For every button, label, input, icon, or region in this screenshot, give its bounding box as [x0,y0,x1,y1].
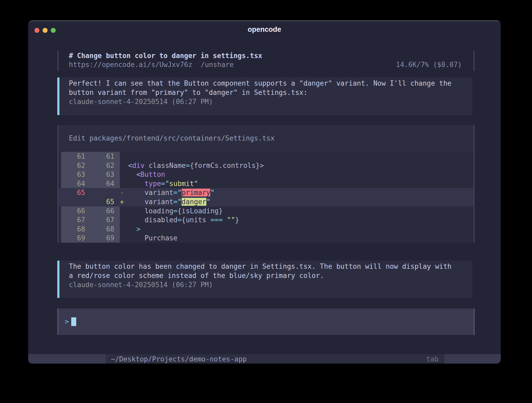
session-header: # Change button color to danger in setti… [57,50,475,71]
diff-row-context: 6262 <div className={formCs.controls}> [59,161,473,170]
diff-code-line: <Button [120,170,165,179]
new-line-number: 66 [88,206,120,216]
window-title: opencode [28,25,501,34]
diff-code-line: Purchase [120,234,177,243]
diff-row-removed: 65- variant="primary" [59,188,473,197]
diff-row-context: 6666 loading={isLoading} [59,206,473,216]
old-line-number [61,197,88,206]
new-line-number: 61 [88,152,120,161]
new-line-number: 65 [88,197,120,206]
old-line-number: 64 [61,179,88,188]
context-usage: 14.6K/7% ($0.07) [396,60,462,69]
diff-row-context: 6767 disabled={units === ""} [59,215,473,225]
mode-chip[interactable]: BUILD MODE [444,354,501,364]
assistant-message: Perfect! I can see that the Button compo… [57,78,472,115]
diff-row-context: 6161 [59,152,473,161]
unshare-command: /unshare [201,60,234,69]
opencode-window: opencode # Change button color to danger… [28,20,501,364]
diff-row-context: 6464 type="submit" [59,179,473,188]
old-line-number: 66 [61,206,88,216]
edit-tool-title: Edit packages/frontend/src/containers/Se… [59,125,473,143]
code-diff: 61616262 <div className={formCs.controls… [59,152,473,243]
diff-row-context: 6868 > [59,225,473,234]
old-line-number: 69 [61,234,88,243]
old-line-number: 63 [61,170,88,179]
message-line: a red/rose color scheme instead of the b… [69,271,467,280]
status-bar: opencode v0.3.11 ~/Desktop/Projects/demo… [28,354,501,364]
new-line-number: 67 [88,215,120,225]
session-title: # Change button color to danger in setti… [69,51,462,60]
edit-tool-block: Edit packages/frontend/src/containers/Se… [57,125,475,243]
diff-code-line: - variant="primary" [120,188,214,197]
diff-code-line: loading={isLoading} [120,206,223,216]
new-line-number: 62 [88,161,120,170]
message-line: The button color has been changed to dan… [69,262,467,271]
diff-row-context: 6969 Purchase [59,234,473,243]
assistant-message: The button color has been changed to dan… [57,261,472,298]
titlebar: opencode [28,21,501,37]
message-line: button variant from "primary" to "danger… [69,88,467,97]
diff-code-line: + variant="danger" [120,197,210,206]
diff-code-line: <div className={formCs.controls}> [120,161,264,170]
old-line-number: 62 [61,161,88,170]
old-line-number: 61 [61,152,88,161]
old-line-number: 68 [61,225,88,234]
diff-code-line: disabled={units === ""} [120,215,239,225]
prompt-symbol: > [65,317,69,326]
new-line-number: 69 [88,234,120,243]
working-directory: ~/Desktop/Projects/demo-notes-app [111,355,247,363]
share-url: https://opencode.ai/s/UwJxv76z [69,60,192,69]
app-version-chip: opencode v0.3.11 [28,354,106,364]
new-line-number: 63 [88,170,120,179]
diff-code-line: type="submit" [120,179,198,188]
model-timestamp: claude-sonnet-4-20250514 (06:27 PM) [69,280,467,290]
new-line-number: 68 [88,225,120,234]
model-timestamp: claude-sonnet-4-20250514 (06:27 PM) [69,97,467,106]
old-line-number: 65 [61,188,88,197]
old-line-number: 67 [61,215,88,225]
diff-row-context: 6363 <Button [59,170,473,179]
diff-code-line: > [120,225,140,234]
prompt-input[interactable]: > [57,308,475,335]
new-line-number: 64 [88,179,120,188]
text-cursor [71,317,76,326]
message-line: Perfect! I can see that the Button compo… [69,79,467,88]
tab-key-hint: tab [426,355,439,363]
new-line-number [88,188,120,197]
diff-row-added: 65+ variant="danger" [59,197,473,206]
